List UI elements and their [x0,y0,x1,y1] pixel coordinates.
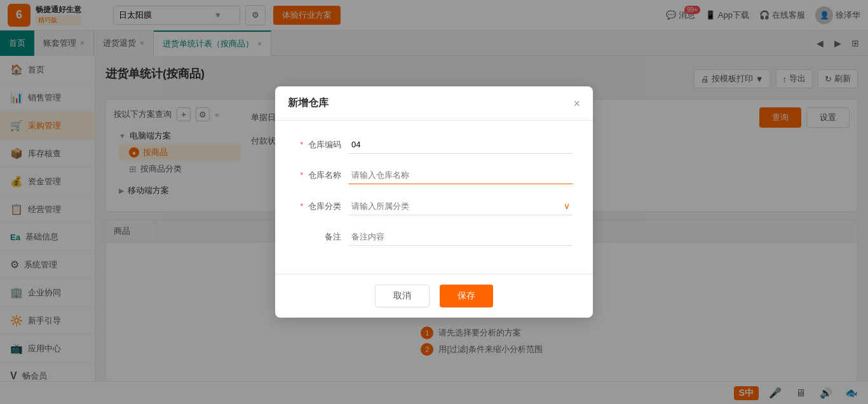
form-row-note: 备注 [295,228,573,246]
dialog-footer: 取消 保存 [275,274,593,318]
category-input[interactable] [351,201,564,211]
warehouse-note-input[interactable] [349,228,573,246]
save-button[interactable]: 保存 [440,285,493,307]
new-warehouse-dialog: 新增仓库 × * 仓库编码 * 仓库名称 [275,86,593,318]
overlay: 新增仓库 × * 仓库编码 * 仓库名称 [0,0,868,404]
note-label: 备注 [295,231,341,243]
form-row-code: * 仓库编码 [295,136,573,154]
dialog-header: 新增仓库 × [275,86,593,121]
warehouse-code-input[interactable] [349,136,573,154]
form-row-category: * 仓库分类 ∨ [295,197,573,215]
dialog-body: * 仓库编码 * 仓库名称 * 仓库分类 [275,121,593,274]
category-label: * 仓库分类 [295,201,341,212]
name-label: * 仓库名称 [295,170,341,181]
dialog-close-button[interactable]: × [573,98,580,109]
cancel-button[interactable]: 取消 [375,285,430,307]
form-row-name: * 仓库名称 [295,166,573,184]
category-required-star: * [300,201,303,211]
code-label: * 仓库编码 [295,139,341,151]
code-required-star: * [300,140,303,149]
category-dropdown-icon: ∨ [564,201,570,211]
category-select[interactable]: ∨ [349,197,573,215]
warehouse-name-input[interactable] [349,166,573,184]
name-required-star: * [300,170,303,180]
dialog-title: 新增仓库 [288,97,329,110]
